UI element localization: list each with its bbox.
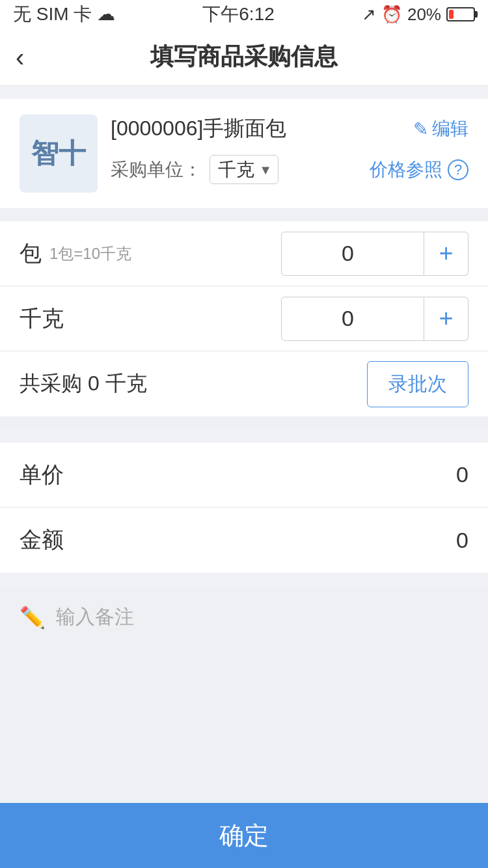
unit-price-value: 0 <box>456 462 468 487</box>
sim-status: 无 SIM 卡 ☁ <box>13 2 115 27</box>
pencil-icon: ✏️ <box>20 605 46 630</box>
bag-sub-label: 1包=10千克 <box>49 243 131 264</box>
bag-quantity-input[interactable] <box>281 232 424 276</box>
summary-row: 共采购 0 千克 录批次 <box>0 351 488 416</box>
section-divider-2 <box>0 416 488 429</box>
purchase-unit-label: 采购单位： <box>111 157 202 182</box>
kg-label: 千克 <box>20 304 281 334</box>
edit-icon: ✎ <box>413 118 428 140</box>
batch-button[interactable]: 录批次 <box>367 361 468 407</box>
bag-input-right: + <box>281 232 468 276</box>
price-ref-label: 价格参照 <box>370 157 442 182</box>
product-thumbnail: 智十 <box>20 115 98 193</box>
kg-input-row: 千克 + <box>0 286 488 351</box>
product-logo: 智十 <box>31 140 86 167</box>
product-card: 智十 [0000006]手撕面包 ✎ 编辑 采购单位： 千克 价格参照 ? <box>0 99 488 208</box>
edit-label: 编辑 <box>432 116 468 141</box>
unit-price-label: 单价 <box>20 460 456 490</box>
alarm-icon: ⏰ <box>381 5 402 25</box>
price-ref-button[interactable]: 价格参照 ? <box>370 157 468 182</box>
price-ref-help-icon: ? <box>448 159 468 180</box>
section-divider-1 <box>0 208 488 221</box>
amount-label: 金额 <box>20 525 456 555</box>
battery-percent: 20% <box>407 5 441 25</box>
input-section: 包 1包=10千克 + 千克 + <box>0 221 488 351</box>
location-icon: ↗ <box>362 5 376 25</box>
remark-section[interactable]: ✏️ 输入备注 <box>0 586 488 649</box>
kg-quantity-input[interactable] <box>281 297 424 341</box>
status-bar: 无 SIM 卡 ☁ 下午6:12 ↗ ⏰ 20% <box>0 0 488 29</box>
unit-price-row: 单价 0 <box>0 442 488 508</box>
bag-label: 包 1包=10千克 <box>20 239 281 269</box>
status-left: 无 SIM 卡 ☁ <box>13 2 115 27</box>
edit-button[interactable]: ✎ 编辑 <box>413 116 468 141</box>
purchase-unit-row: 采购单位： 千克 价格参照 ? <box>111 155 468 184</box>
summary-text: 共采购 0 千克 <box>20 370 367 398</box>
status-right: ↗ ⏰ 20% <box>362 5 475 25</box>
product-full-name: [0000006]手撕面包 <box>111 115 286 143</box>
back-button[interactable]: ‹ <box>16 44 24 70</box>
remark-placeholder: 输入备注 <box>56 604 134 631</box>
price-section: 单价 0 金额 0 <box>0 442 488 573</box>
amount-row: 金额 0 <box>0 508 488 573</box>
product-info: [0000006]手撕面包 ✎ 编辑 采购单位： 千克 价格参照 ? <box>111 115 468 184</box>
battery-icon <box>446 7 475 21</box>
nav-bar: ‹ 填写商品采购信息 <box>0 29 488 86</box>
bag-plus-button[interactable]: + <box>424 232 468 276</box>
status-time: 下午6:12 <box>202 2 275 27</box>
unit-select[interactable]: 千克 <box>210 155 278 184</box>
kg-plus-button[interactable]: + <box>424 297 468 341</box>
kg-input-right: + <box>281 297 468 341</box>
amount-value: 0 <box>456 528 468 553</box>
confirm-button[interactable]: 确定 <box>0 803 488 868</box>
product-name-row: [0000006]手撕面包 ✎ 编辑 <box>111 115 468 143</box>
unit-select-wrapper[interactable]: 千克 <box>210 155 278 184</box>
page-title: 填写商品采购信息 <box>150 41 338 73</box>
bag-input-row: 包 1包=10千克 + <box>0 221 488 286</box>
